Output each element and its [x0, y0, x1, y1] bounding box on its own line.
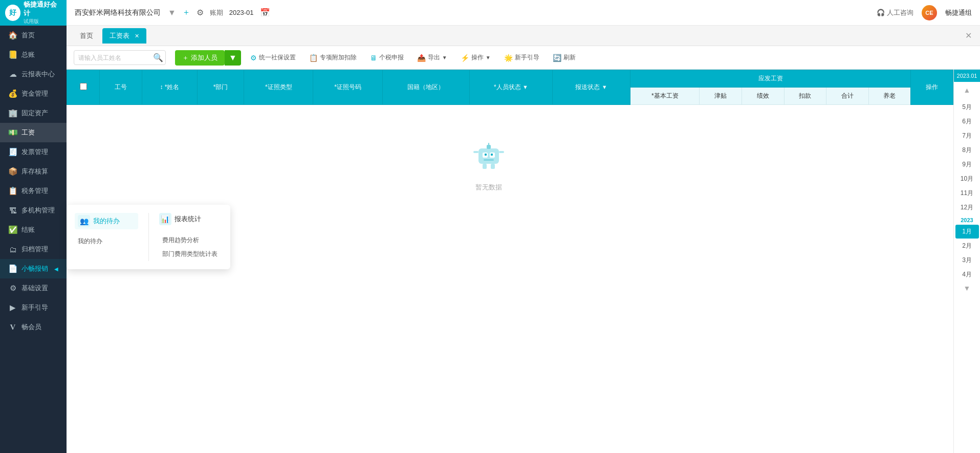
sidebar-item-guide[interactable]: ▶ 新手引导: [0, 298, 67, 317]
new-guide-label: 新手引导: [515, 53, 539, 62]
tab-home[interactable]: 首页: [73, 28, 100, 44]
th-deduction: 扣款: [784, 88, 826, 105]
sidebar-item-archive[interactable]: 🗂 归档管理: [0, 240, 67, 259]
new-guide-action[interactable]: 🌟 新手引导: [500, 51, 543, 64]
month-item-5[interactable]: 5月: [955, 100, 979, 114]
svg-rect-6: [473, 151, 478, 153]
operations-dropdown-arrow: ▼: [486, 55, 491, 60]
year-label-2023: 2023: [955, 215, 979, 224]
th-person-status[interactable]: *人员状态 ▼: [470, 70, 552, 105]
month-item-2[interactable]: 2月: [955, 239, 979, 253]
sidebar-item-cloud-report[interactable]: ☁ 云报表中心: [0, 64, 67, 84]
tab-payroll-table[interactable]: 工资表 ✕: [102, 28, 146, 44]
company-dropdown-arrow[interactable]: ▼: [168, 8, 176, 17]
svg-rect-0: [478, 148, 499, 164]
month-item-10[interactable]: 10月: [955, 172, 979, 186]
export-action[interactable]: 📤 导出 ▼: [413, 51, 451, 64]
month-nav-down[interactable]: ▼: [961, 282, 973, 294]
month-item-11[interactable]: 11月: [955, 186, 979, 200]
sidebar: 好 畅捷通好会计 试用版 🏠 首页 📒 总账 ☁ 云报表中心 💰 资金管理 🏢 …: [0, 0, 67, 453]
home-icon: 🏠: [8, 31, 17, 40]
month-item-8[interactable]: 8月: [955, 143, 979, 157]
sidebar-item-multi-org[interactable]: 🏗 多机构管理: [0, 201, 67, 220]
period-calendar-btn[interactable]: 📅: [260, 8, 270, 17]
add-company-btn[interactable]: ＋: [182, 7, 190, 18]
popup-divider: [148, 213, 149, 261]
sidebar-item-fund-mgmt[interactable]: 💰 资金管理: [0, 84, 67, 103]
sidebar-item-basic-settings[interactable]: ⚙ 基础设置: [0, 278, 67, 298]
popup-menu: 👥 我的待办 我的待办 📊 报表统计 费用趋势分析 部门费用类型统计表: [67, 205, 230, 269]
year-label-2022: [955, 97, 979, 100]
add-person-btn-group: ＋ 添加人员 ▼: [175, 50, 241, 66]
sidebar-item-inventory[interactable]: 📦 库存核算: [0, 162, 67, 181]
popup-item-dept-cost-type[interactable]: 部门费用类型统计表: [159, 247, 223, 261]
export-icon: 📤: [417, 54, 426, 62]
search-input[interactable]: [78, 54, 150, 61]
special-add-action[interactable]: 📋 专项附加扣除: [305, 51, 361, 64]
archive-icon: 🗂: [8, 245, 17, 254]
operations-action[interactable]: ⚡ 操作 ▼: [456, 51, 495, 64]
popup-report-stats-header: 📊 报表统计: [159, 213, 223, 228]
sidebar-label-settings: 基础设置: [21, 284, 48, 293]
popup-item-cost-trend[interactable]: 费用趋势分析: [159, 233, 223, 247]
support-btn[interactable]: 🎧 人工咨询: [877, 8, 913, 17]
sidebar-item-member[interactable]: V 畅会员: [0, 317, 67, 337]
refresh-action[interactable]: 🔄 刷新: [549, 51, 580, 64]
month-item-7[interactable]: 7月: [955, 129, 979, 143]
social-security-action[interactable]: ⚙ 统一社保设置: [246, 51, 300, 64]
company-settings-btn[interactable]: ⚙: [197, 8, 204, 17]
th-employee-id: 工号: [100, 70, 142, 105]
th-performance: 绩效: [742, 88, 785, 105]
sidebar-label-fixed-assets: 固定资产: [21, 109, 48, 118]
tab-close-payroll[interactable]: ✕: [135, 33, 139, 39]
invoice-icon: 🧾: [8, 147, 17, 157]
social-security-label: 统一社保设置: [259, 53, 296, 62]
baoxiao-icon: 📄: [8, 264, 17, 273]
select-all-checkbox[interactable]: [80, 83, 87, 90]
sidebar-item-invoice[interactable]: 🧾 发票管理: [0, 142, 67, 162]
svg-rect-3: [484, 159, 494, 161]
headset-icon: 🎧: [877, 9, 885, 16]
special-add-label: 专项附加扣除: [320, 53, 357, 62]
sidebar-item-home[interactable]: 🏠 首页: [0, 26, 67, 45]
report-header-icon: 📊: [159, 213, 171, 225]
sidebar-item-xiaochangbaoxiao[interactable]: 📄 小畅报销 ◀: [0, 259, 67, 278]
toolbar: 🔍 ＋ 添加人员 ▼ ⚙ 统一社保设置 📋 专项附加扣除 🖥 个税申报 📤 导出…: [67, 46, 980, 70]
empty-text: 暂无数据: [475, 183, 502, 192]
month-item-9[interactable]: 9月: [955, 158, 979, 171]
sidebar-item-tax[interactable]: 📋 税务管理: [0, 181, 67, 201]
popup-col-my-todo: 👥 我的待办 我的待办: [75, 213, 138, 261]
todo-header-icon: 👥: [78, 215, 90, 227]
tax-report-action[interactable]: 🖥 个税申报: [366, 51, 408, 64]
month-nav-up[interactable]: ▲: [961, 84, 973, 96]
sidebar-label-tax: 税务管理: [21, 186, 48, 196]
close-all-tabs-btn[interactable]: ✕: [963, 29, 974, 42]
month-item-1[interactable]: 1月: [955, 225, 979, 239]
th-checkbox[interactable]: [67, 70, 100, 105]
sidebar-item-general-ledger[interactable]: 📒 总账: [0, 45, 67, 64]
tax-icon: 📋: [8, 186, 17, 196]
sidebar-label-multi-org: 多机构管理: [21, 206, 55, 215]
th-base-salary: *基本工资: [630, 88, 700, 105]
popup-item-my-todo[interactable]: 我的待办: [75, 234, 138, 248]
month-item-12[interactable]: 12月: [955, 201, 979, 214]
add-person-btn[interactable]: ＋ 添加人员: [175, 50, 225, 66]
svg-rect-10: [485, 154, 487, 156]
month-item-4[interactable]: 4月: [955, 268, 979, 282]
th-payroll-group: 应发工资: [630, 70, 911, 88]
th-name[interactable]: ↕ *姓名: [142, 70, 197, 105]
add-person-dropdown-btn[interactable]: ▼: [225, 50, 241, 66]
month-nav: ▲ 5月 6月 7月 8月 9月 10月 11月 12月 2023 1月 2月 …: [954, 82, 980, 453]
th-pension: 养老: [868, 88, 911, 105]
sidebar-item-payroll[interactable]: 💵 工资: [0, 123, 67, 142]
assets-icon: 🏢: [8, 109, 17, 118]
sidebar-item-fixed-assets[interactable]: 🏢 固定资产: [0, 103, 67, 123]
search-box: 🔍: [74, 50, 166, 65]
sidebar-label-invoice: 发票管理: [21, 147, 48, 157]
month-item-6[interactable]: 6月: [955, 115, 979, 128]
th-report-status[interactable]: 报送状态 ▼: [552, 70, 630, 105]
sidebar-item-settlement[interactable]: ✅ 结账: [0, 220, 67, 240]
month-item-3[interactable]: 3月: [955, 253, 979, 267]
sidebar-label-inventory: 库存核算: [21, 167, 48, 176]
social-security-icon: ⚙: [250, 54, 257, 62]
